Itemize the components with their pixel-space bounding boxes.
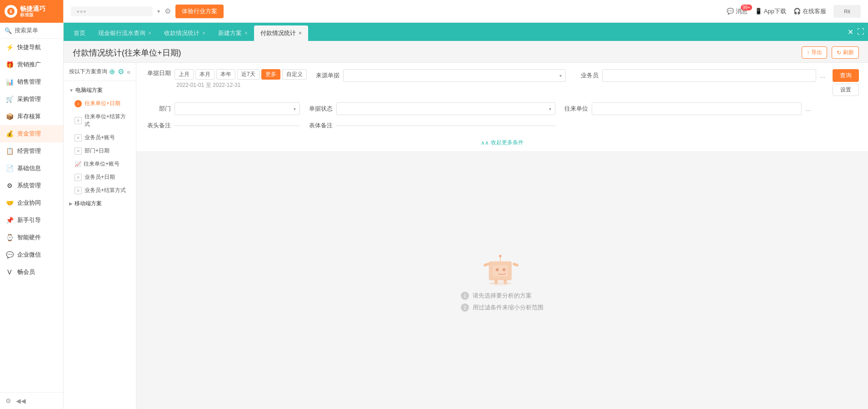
- system-icon: ⚙: [5, 182, 14, 189]
- sidebar-item-enterprise[interactable]: 🤝 企业协同: [0, 194, 63, 212]
- sidebar-item-system[interactable]: ⚙ 系统管理: [0, 177, 63, 194]
- messages-button[interactable]: 💬 消息 99+: [727, 7, 748, 15]
- scheme-item-0[interactable]: ○ 往来单位+日期: [64, 97, 136, 110]
- scheme-item-6-icon: ≡: [75, 187, 82, 194]
- date-opt-last-month[interactable]: 上月: [175, 69, 194, 80]
- scheme-item-1[interactable]: ≡ 往来单位+结算方式: [64, 110, 136, 131]
- partner-dots[interactable]: ...: [805, 105, 811, 112]
- scheme-add-button[interactable]: ⊕: [109, 67, 115, 76]
- doc-status-arrow-icon: ▾: [549, 106, 551, 111]
- mobile-chevron-icon: ▶: [69, 201, 73, 206]
- settings-button[interactable]: 设置: [833, 84, 859, 96]
- filter-top: 单据日期 上月 本月 本年 近7天 更多 自定义 20: [136, 63, 868, 151]
- desktop-category[interactable]: ▼ 电脑端方案: [64, 84, 136, 97]
- search-icon: 🔍: [5, 27, 12, 34]
- sidebar-item-sales[interactable]: 📊 销售管理: [0, 73, 63, 91]
- scheme-collapse-button[interactable]: «: [127, 68, 130, 76]
- date-opt-7days[interactable]: 近7天: [237, 69, 259, 80]
- tabs-right-controls: ✕ ⛶: [848, 23, 864, 41]
- guide-icon: 📌: [5, 217, 14, 224]
- app-download-button[interactable]: 📱 App下载: [755, 7, 786, 15]
- scheme-item-3[interactable]: ≡ 部门+日期: [64, 144, 136, 157]
- date-opt-custom[interactable]: 自定义: [282, 69, 307, 80]
- date-opt-this-month[interactable]: 本月: [195, 69, 215, 80]
- tab-collection-close-icon[interactable]: ×: [202, 30, 205, 36]
- tab-new-scheme[interactable]: 新建方案 ×: [212, 25, 254, 41]
- sidebar-item-member[interactable]: V 畅会员: [0, 263, 63, 281]
- page-header-actions: ↑ 导出 ↻ 刷新: [802, 46, 859, 59]
- date-opt-this-year[interactable]: 本年: [216, 69, 235, 80]
- scheme-item-1-icon: ≡: [75, 117, 82, 124]
- tab-collection[interactable]: 收款情况统计 ×: [158, 25, 212, 41]
- dept-select[interactable]: ▾: [175, 102, 300, 115]
- page-header: 付款情况统计(往来单位+日期) ↑ 导出 ↻ 刷新: [64, 41, 868, 63]
- scheme-item-6[interactable]: ≡ 业务员+结算方式: [64, 184, 136, 197]
- tab-home[interactable]: 首页: [67, 25, 92, 41]
- address-bar[interactable]: ●●●: [71, 6, 153, 16]
- inventory-icon: 📦: [5, 113, 14, 120]
- sidebar-item-hardware[interactable]: ⌚ 智能硬件: [0, 229, 63, 246]
- sidebar-item-basic[interactable]: 📄 基础信息: [0, 160, 63, 177]
- date-range-text: 2022-01-01 至 2022-12-31: [176, 81, 307, 89]
- filter-container: 单据日期 上月 本月 本年 近7天 更多 自定义 20: [136, 63, 868, 409]
- source-select[interactable]: ▾: [343, 69, 566, 82]
- member-icon: V: [5, 268, 14, 276]
- sales-icon: 📊: [5, 78, 14, 86]
- scheme-tree: ▼ 电脑端方案 ○ 往来单位+日期 ≡ 往来单位+结算方式: [64, 81, 136, 409]
- address-chevron-icon[interactable]: ▾: [157, 8, 160, 15]
- tab-bank-close-icon[interactable]: ×: [148, 30, 151, 36]
- refresh-button[interactable]: ↻ 刷新: [832, 46, 859, 59]
- sidebar-item-purchase[interactable]: 🛒 采购管理: [0, 91, 63, 108]
- user-avatar[interactable]: Rit: [833, 5, 861, 18]
- collapse-icon: ∧∧: [481, 140, 489, 146]
- salesman-input[interactable]: [602, 69, 816, 82]
- sidebar-collapse-button[interactable]: ◀◀: [16, 397, 26, 404]
- sidebar: 6 畅捷通巧 标准版 🔍 搜索菜单 ⚡ 快捷导航 🎁 营销推广 📊 销售管理 🛒…: [0, 0, 64, 409]
- sidebar-item-capital[interactable]: 💰 资金管理: [0, 125, 63, 142]
- scheme-settings-button[interactable]: ⚙: [118, 67, 124, 76]
- desktop-chevron-icon: ▼: [69, 88, 74, 93]
- filter-actions: 查询 设置: [833, 69, 859, 96]
- scheme-item-5[interactable]: ≡ 业务员+日期: [64, 171, 136, 184]
- doc-status-select[interactable]: ▾: [336, 102, 555, 115]
- tab-maximize-icon[interactable]: ⛶: [857, 28, 864, 36]
- sidebar-item-marketing[interactable]: 🎁 营销推广: [0, 56, 63, 73]
- mobile-category[interactable]: ▶ 移动端方案: [64, 197, 136, 210]
- body-remark-label: 表体备注: [307, 121, 333, 130]
- query-button[interactable]: 查询: [833, 69, 859, 82]
- sidebar-item-operation[interactable]: 📋 经营管理: [0, 142, 63, 160]
- svg-point-11: [499, 255, 501, 257]
- search-menu[interactable]: 🔍 搜索菜单: [0, 23, 63, 39]
- scheme-item-2-icon: ≡: [75, 134, 82, 141]
- refresh-icon: ↻: [837, 50, 841, 56]
- date-opt-more[interactable]: 更多: [261, 69, 280, 80]
- partner-input[interactable]: [592, 102, 802, 115]
- sidebar-item-quick-nav[interactable]: ⚡ 快捷导航: [0, 39, 63, 56]
- topbar-gear-icon[interactable]: ⚙: [165, 7, 171, 15]
- scheme-item-5-icon: ≡: [75, 174, 82, 181]
- results-area: 1 请先选择要分析的方案 2 用过滤条件来缩小分析范围: [136, 151, 868, 409]
- sidebar-footer: ⚙ ◀◀: [0, 392, 63, 409]
- salesman-dots[interactable]: ...: [820, 72, 825, 79]
- tab-close-all-icon[interactable]: ✕: [848, 28, 853, 36]
- scheme-item-4[interactable]: 📈 往来单位+账号: [64, 157, 136, 171]
- tab-bank[interactable]: 现金银行流水查询 ×: [92, 25, 158, 41]
- trial-button[interactable]: 体验行业方案: [175, 5, 224, 18]
- scheme-item-0-icon: ○: [75, 100, 82, 107]
- collapse-conditions-button[interactable]: ∧∧ 收起更多条件: [145, 134, 859, 151]
- topbar: ●●● ▾ ⚙ 体验行业方案 💬 消息 99+ 📱 App下载 🎧 在线客服 R…: [64, 0, 868, 23]
- marketing-icon: 🎁: [5, 61, 14, 68]
- hardware-icon: ⌚: [5, 234, 14, 241]
- tab-payment-close-icon[interactable]: ×: [299, 30, 302, 36]
- topbar-right: 💬 消息 99+ 📱 App下载 🎧 在线客服 Rit: [727, 5, 861, 18]
- tab-payment[interactable]: 付款情况统计 ×: [254, 25, 308, 41]
- tab-new-scheme-close-icon[interactable]: ×: [244, 30, 248, 36]
- scheme-item-2[interactable]: ≡ 业务员+账号: [64, 131, 136, 144]
- export-button[interactable]: ↑ 导出: [802, 46, 827, 59]
- sidebar-item-guide[interactable]: 📌 新手引导: [0, 212, 63, 229]
- sidebar-settings-button[interactable]: ⚙: [5, 397, 11, 404]
- sidebar-item-wechat[interactable]: 💬 企业微信: [0, 246, 63, 263]
- online-service-button[interactable]: 🎧 在线客服: [793, 7, 826, 15]
- sidebar-item-inventory[interactable]: 📦 库存核算: [0, 108, 63, 125]
- svg-point-5: [503, 268, 506, 271]
